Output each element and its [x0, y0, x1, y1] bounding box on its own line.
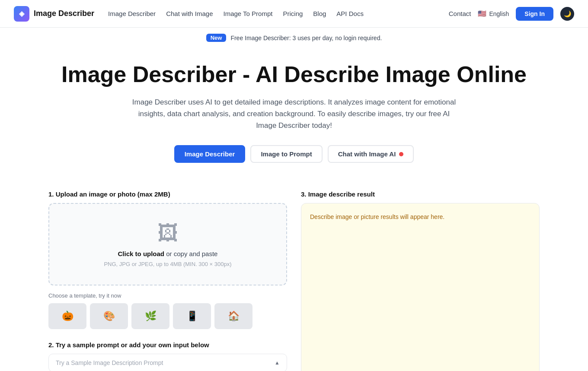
template-5[interactable]: 🏠: [214, 303, 252, 329]
right-panel: 3. Image describe result Describe image …: [301, 190, 540, 371]
upload-hint: PNG, JPG or JPEG, up to 4MB (MIN. 300 × …: [58, 261, 278, 267]
language-selector[interactable]: 🇺🇸 English: [478, 10, 509, 18]
new-badge: New: [206, 34, 227, 42]
left-panel: 1. Upload an image or photo (max 2MB) 🖼 …: [48, 190, 287, 371]
nav-blog[interactable]: Blog: [313, 10, 326, 17]
navbar: ◈ Image Describer Image Describer Chat w…: [0, 0, 588, 28]
tab-image-describer[interactable]: Image Describer: [174, 145, 246, 163]
upload-step-label: 1. Upload an image or photo (max 2MB): [48, 190, 287, 198]
prompt-dropdown[interactable]: Try a Sample Image Description Prompt ▲: [48, 354, 287, 371]
mode-tabs: Image Describer Image to Prompt Chat wit…: [7, 145, 581, 163]
nav-chat-with-image[interactable]: Chat with Image: [166, 10, 213, 17]
image-icon: 🖼: [58, 221, 278, 245]
logo-icon: ◈: [14, 6, 29, 22]
template-row: 🎃 🎨 🌿 📱 🏠: [48, 303, 287, 331]
tab-image-to-prompt[interactable]: Image to Prompt: [250, 145, 322, 163]
logo[interactable]: ◈ Image Describer: [14, 6, 94, 22]
nav-api-docs[interactable]: API Docs: [336, 10, 364, 17]
sign-in-button[interactable]: Sign In: [516, 7, 553, 21]
prompt-placeholder: Try a Sample Image Description Prompt: [56, 359, 163, 366]
template-3[interactable]: 🌿: [131, 303, 169, 329]
nav-pricing[interactable]: Pricing: [283, 10, 303, 17]
live-dot-icon: [399, 152, 403, 156]
nav-image-describer[interactable]: Image Describer: [108, 10, 156, 17]
hero-subtitle: Image Describer uses AI to get detailed …: [130, 96, 458, 132]
upload-prompt: Click to upload or copy and paste: [58, 250, 278, 257]
result-box: Describe image or picture results will a…: [301, 203, 540, 371]
template-1[interactable]: 🎃: [48, 303, 86, 329]
prompt-step-label: 2. Try a sample prompt or add your own i…: [48, 341, 287, 349]
or-text: or copy and paste: [164, 250, 217, 257]
promo-banner: New Free Image Describer: 3 uses per day…: [0, 28, 588, 48]
tab-chat-with-image-ai[interactable]: Chat with Image AI: [328, 145, 414, 163]
prompt-section: 2. Try a sample prompt or add your own i…: [48, 341, 287, 371]
template-4[interactable]: 📱: [173, 303, 211, 329]
result-step-label: 3. Image describe result: [301, 190, 540, 198]
flag-icon: 🇺🇸: [478, 10, 486, 18]
dark-mode-toggle[interactable]: 🌙: [560, 7, 574, 21]
main-content: 1. Upload an image or photo (max 2MB) 🖼 …: [35, 190, 553, 371]
upload-area[interactable]: 🖼 Click to upload or copy and paste PNG,…: [48, 203, 287, 285]
hero-section: Image Describer - AI Describe Image Onli…: [0, 48, 588, 190]
banner-text: Free Image Describer: 3 uses per day, no…: [230, 35, 382, 41]
nav-contact[interactable]: Contact: [449, 10, 471, 17]
moon-icon: 🌙: [564, 10, 571, 17]
chevron-up-icon: ▲: [275, 360, 280, 366]
result-placeholder: Describe image or picture results will a…: [310, 213, 444, 220]
hero-title: Image Describer - AI Describe Image Onli…: [7, 62, 581, 88]
nav-image-to-prompt[interactable]: Image To Prompt: [224, 10, 273, 17]
template-label: Choose a template, try it now: [48, 292, 287, 299]
nav-links: Image Describer Chat with Image Image To…: [108, 10, 364, 17]
click-to-upload[interactable]: Click to upload: [118, 250, 165, 257]
template-2[interactable]: 🎨: [90, 303, 128, 329]
language-label: English: [489, 10, 509, 17]
logo-text: Image Describer: [34, 9, 94, 18]
